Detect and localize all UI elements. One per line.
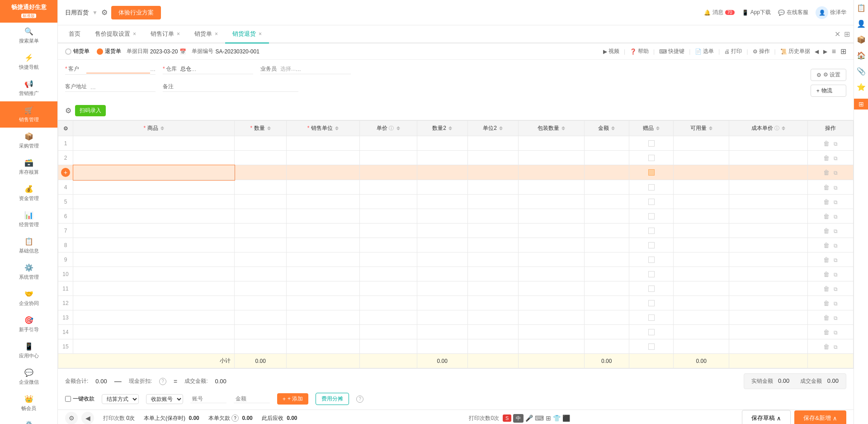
sidebar-item-inventory[interactable]: 🗃️ 库存核算 [0, 154, 57, 180]
nav-next-btn[interactable]: ▶ [823, 48, 827, 55]
avail-cell-3[interactable] [674, 165, 729, 180]
gift-cell-12[interactable] [629, 296, 674, 310]
tab-price-settings-close[interactable]: × [133, 31, 136, 37]
pkg-qty-cell-12[interactable] [518, 296, 584, 310]
goods-cell-12[interactable] [73, 296, 235, 310]
unit2-cell-7[interactable] [467, 224, 518, 238]
delete-row-12[interactable]: 🗑 [823, 300, 830, 307]
goods-cell-3[interactable] [73, 165, 235, 180]
avail-cell-13[interactable] [674, 310, 729, 325]
goods-cell-9[interactable] [73, 252, 235, 267]
mic-icon[interactable]: 🎤 [525, 414, 533, 422]
amount-cell-3[interactable] [584, 165, 629, 180]
amount-cell-6[interactable] [584, 209, 629, 224]
unit2-cell-5[interactable] [467, 195, 518, 209]
qty-cell-12[interactable] [235, 296, 287, 310]
module-settings-btn[interactable]: ⚙ [101, 8, 108, 17]
cost-cell-7[interactable] [729, 224, 807, 238]
unit2-cell-10[interactable] [467, 267, 518, 281]
sales-unit-cell-1[interactable] [287, 136, 360, 151]
goods-cell-7[interactable] [73, 224, 235, 238]
pkg-qty-cell-4[interactable] [518, 180, 584, 195]
copy-row-14[interactable]: ⧉ [834, 329, 838, 336]
qty-cell-5[interactable] [235, 195, 287, 209]
debt-help-icon[interactable]: ? [231, 414, 239, 422]
unit-price-cell-14[interactable] [359, 325, 417, 339]
unit-price-cell-15[interactable] [359, 339, 417, 354]
unit2-cell-9[interactable] [467, 252, 518, 267]
bill-no-value[interactable]: SA-20230320-001 [215, 48, 259, 55]
qty2-cell-14[interactable] [417, 325, 467, 339]
tab-sales-return[interactable]: 销货退货 × [225, 25, 269, 43]
amount-cell-1[interactable] [584, 136, 629, 151]
scan-enter-btn[interactable]: 扫码录入 [75, 105, 106, 116]
sales-unit-cell-7[interactable] [287, 224, 360, 238]
gift-cell-3[interactable] [629, 165, 674, 180]
unit-price-cell-4[interactable] [359, 180, 417, 195]
unit2-cell-12[interactable] [467, 296, 518, 310]
copy-row-7[interactable]: ⧉ [834, 228, 838, 234]
qty2-cell-6[interactable] [417, 209, 467, 224]
qty2-cell-10[interactable] [417, 267, 467, 281]
gift-checkbox-14[interactable] [648, 329, 655, 335]
gift-checkbox-6[interactable] [648, 213, 655, 219]
amount-cell-10[interactable] [584, 267, 629, 281]
copy-row-10[interactable]: ⧉ [834, 272, 838, 278]
goods-cell-5[interactable] [73, 195, 235, 209]
date-value[interactable]: 2023-03-20 [150, 48, 178, 55]
account-no-input[interactable] [190, 395, 226, 403]
qty-cell-9[interactable] [235, 252, 287, 267]
tab-sales-order[interactable]: 销售订单 × [143, 25, 187, 43]
copy-row-12[interactable]: ⧉ [834, 300, 838, 307]
unit2-cell-8[interactable] [467, 238, 518, 252]
qty-cell-14[interactable] [235, 325, 287, 339]
unit-price-cell-10[interactable] [359, 267, 417, 281]
goods-cell-1[interactable] [73, 136, 235, 151]
pkg-qty-cell-10[interactable] [518, 267, 584, 281]
avail-cell-7[interactable] [674, 224, 729, 238]
copy-row-2[interactable]: ⧉ [834, 155, 838, 162]
qty2-cell-1[interactable] [417, 136, 467, 151]
sales-unit-cell-11[interactable] [287, 281, 360, 296]
goods-cell-11[interactable] [73, 281, 235, 296]
quick-icon-3[interactable]: 📦 [857, 35, 866, 44]
sidebar-item-search[interactable]: 🔍 搜索菜单 [0, 23, 57, 49]
radio-sales-return[interactable]: 退货单 [97, 48, 121, 55]
amount-cell-7[interactable] [584, 224, 629, 238]
customer-addr-select-btn[interactable]: ... [90, 83, 96, 91]
warehouse-select-btn[interactable]: ... [191, 65, 197, 72]
sidebar-item-guide[interactable]: 🎯 新手引导 [0, 311, 57, 338]
delete-row-7[interactable]: 🗑 [823, 227, 830, 234]
save-new-btn[interactable]: 保存&新增 ∧ [794, 410, 846, 424]
discount-help-icon[interactable]: ? [159, 378, 166, 385]
qty2-cell-12[interactable] [417, 296, 467, 310]
unit2-cell-4[interactable] [467, 180, 518, 195]
sidebar-item-enterprise[interactable]: 🤝 企业协同 [0, 285, 57, 311]
qty-cell-4[interactable] [235, 180, 287, 195]
remark-input[interactable] [177, 84, 298, 90]
avail-cell-1[interactable] [674, 136, 729, 151]
qty2-cell-5[interactable] [417, 195, 467, 209]
cost-cell-13[interactable] [729, 310, 807, 325]
goods-cell-10[interactable] [73, 267, 235, 281]
tab-price-settings[interactable]: 售价提取设置 × [88, 25, 143, 43]
copy-row-9[interactable]: ⧉ [834, 257, 838, 263]
save-draft-btn[interactable]: 保存草稿 ∧ [742, 410, 791, 424]
unit-price-cell-9[interactable] [359, 252, 417, 267]
sales-unit-cell-9[interactable] [287, 252, 360, 267]
cost-cell-6[interactable] [729, 209, 807, 224]
qty2-cell-8[interactable] [417, 238, 467, 252]
sales-unit-cell-15[interactable] [287, 339, 360, 354]
delete-row-15[interactable]: 🗑 [823, 343, 830, 350]
delete-row-11[interactable]: 🗑 [823, 285, 830, 292]
qty-cell-1[interactable] [235, 136, 287, 151]
gift-cell-7[interactable] [629, 224, 674, 238]
goods-cell-13[interactable] [73, 310, 235, 325]
gift-checkbox-11[interactable] [648, 286, 655, 292]
qty2-cell-3[interactable] [417, 165, 467, 180]
sidebar-item-vip[interactable]: 👑 畅会员 [0, 390, 57, 416]
amount-cell-8[interactable] [584, 238, 629, 252]
qty-cell-10[interactable] [235, 267, 287, 281]
sales-unit-cell-5[interactable] [287, 195, 360, 209]
cost-cell-14[interactable] [729, 325, 807, 339]
